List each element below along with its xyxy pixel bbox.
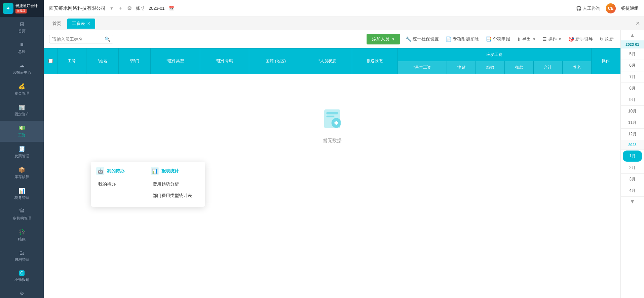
sidebar-nav: ⊞ 首页 ≡ 总账 ☁ 云报表中心 💰 资金管理 🏢 固定资产 💵 工资 [0, 17, 44, 298]
th-person-status: *人员状态 [303, 48, 352, 74]
logo-text: 畅捷通好会计 旗舰版 [15, 3, 38, 13]
search-box[interactable]: 🔍 [49, 35, 113, 43]
period-value: 2023-01 [149, 6, 165, 11]
empty-state: 暂无数据 [47, 105, 618, 144]
period-label: 账期 [136, 5, 145, 11]
month-item-6[interactable]: 6月 [621, 60, 644, 71]
tax-icon: 📊 [18, 188, 25, 194]
guide-btn[interactable]: 🎯 新手引导 [567, 36, 594, 42]
tab-close-icon[interactable]: ✕ [87, 21, 90, 26]
sidebar-item-invoice[interactable]: 🧾 发票管理 [0, 142, 44, 163]
empty-text: 暂无数据 [323, 138, 342, 144]
ledger-icon: ≡ [20, 42, 23, 48]
sidebar-item-general-ledger[interactable]: ≡ 总账 [0, 38, 44, 58]
popup-item-dept-expense[interactable]: 部门费用类型统计表 [151, 190, 200, 201]
sidebar-item-basic-settings[interactable]: ⚙ 基础设置 [0, 286, 44, 298]
settings-icon[interactable]: ⚙ [127, 5, 132, 11]
svg-rect-5 [335, 121, 337, 125]
month-item-4[interactable]: 4月 [621, 185, 644, 197]
popup-section-todo: 🤖 我的待办 我的待办 [96, 167, 145, 201]
toolbar-right: 添加人员 ▼ 🔧 统一社保设置 📄 专项附加扣除 📑 [367, 34, 615, 44]
month-item-9[interactable]: 9月 [621, 94, 644, 106]
select-all-checkbox[interactable] [48, 59, 53, 63]
month-panel-up[interactable]: ▲ [621, 30, 644, 40]
popup-section-todo-title: 🤖 我的待办 [96, 167, 145, 175]
tax-report-icon: 📑 [486, 36, 491, 42]
user-avatar: CE [606, 3, 616, 13]
export-dropdown-icon: ▼ [532, 37, 536, 41]
expense-icon: G [19, 270, 24, 276]
month-item-10[interactable]: 10月 [621, 106, 644, 117]
popup-menu: 🤖 我的待办 我的待办 📊 报表统计 费用趋势分析 部门费用类型统计表 [91, 162, 205, 207]
month-item-7[interactable]: 7月 [621, 71, 644, 83]
export-btn[interactable]: ⬆ 导出 ▼ [516, 36, 537, 42]
month-item-3[interactable]: 3月 [621, 174, 644, 185]
empty-icon [319, 105, 346, 132]
select-all-th [44, 48, 58, 74]
month-item-2[interactable]: 2月 [621, 162, 644, 174]
sidebar-item-inventory[interactable]: 📦 库存核算 [0, 163, 44, 184]
add-person-button[interactable]: 添加人员 ▼ [367, 34, 400, 44]
sidebar-item-expense[interactable]: G 小畅报销 [0, 266, 44, 286]
inventory-icon: 📦 [18, 167, 25, 173]
th-performance: 绩效 [476, 61, 505, 74]
tab-home[interactable]: 首页 [48, 19, 66, 29]
main-area: 西安虾米网络科技有限公司 ▼ ＋ ⚙ 账期 2023-01 📅 🎧 人工咨询 C… [44, 0, 644, 298]
month-panel-down[interactable]: ▼ [621, 197, 644, 207]
operations-btn[interactable]: ☰ 操作 ▼ [541, 36, 563, 42]
special-deduct-btn[interactable]: 📄 专项附加扣除 [444, 36, 480, 42]
export-icon: ⬆ [517, 36, 521, 42]
assets-icon: 🏢 [18, 104, 25, 110]
global-close-icon[interactable]: ✕ [636, 21, 640, 26]
sidebar-item-fund[interactable]: 💰 资金管理 [0, 79, 44, 100]
popup-section-reports: 📊 报表统计 费用趋势分析 部门费用类型统计表 [151, 167, 200, 201]
sidebar-item-salary[interactable]: 💵 工资 [0, 121, 44, 142]
company-dropdown-icon[interactable]: ▼ [110, 6, 114, 11]
customer-service-btn[interactable]: 🎧 人工咨询 [576, 5, 600, 11]
calendar-icon[interactable]: 📅 [169, 6, 174, 11]
th-base-salary: *基本工资 [398, 61, 447, 74]
sidebar-item-tax[interactable]: 📊 税务管理 [0, 184, 44, 204]
sidebar-item-multi-org[interactable]: 🏛 多机构管理 [0, 204, 44, 225]
sidebar-item-home[interactable]: ⊞ 首页 [0, 17, 44, 38]
sidebar-item-archive[interactable]: 🗂 归档管理 [0, 246, 44, 266]
th-deduction: 扣款 [505, 61, 534, 74]
month-panel: ▲ 2023-01 5月 6月 7月 8月 9月 10月 11月 12月 202… [620, 30, 644, 298]
sidebar-item-cloud-report[interactable]: ☁ 云报表中心 [0, 58, 44, 79]
tax-report-btn[interactable]: 📑 个税申报 [484, 36, 512, 42]
th-department: *部门 [118, 48, 151, 74]
th-report-status: 报送状态 [352, 48, 397, 74]
month-item-5[interactable]: 5月 [621, 48, 644, 60]
month-item-11[interactable]: 11月 [621, 117, 644, 129]
app-logo: ✦ 畅捷通好会计 旗舰版 [0, 0, 44, 17]
th-operations: 操作 [591, 48, 620, 74]
th-allowance: 津贴 [447, 61, 476, 74]
svg-rect-1 [326, 112, 338, 114]
tab-bar-close-btn: ✕ [636, 20, 640, 27]
search-icon[interactable]: 🔍 [105, 36, 110, 42]
social-security-btn[interactable]: 🔧 统一社保设置 [404, 36, 440, 42]
home-icon: ⊞ [20, 21, 24, 27]
sidebar-item-settlement[interactable]: 💱 结账 [0, 225, 44, 246]
special-deduct-icon: 📄 [446, 36, 451, 42]
month-item-8[interactable]: 8月 [621, 83, 644, 94]
headset-icon: 🎧 [576, 6, 581, 11]
settlement-icon: 💱 [18, 229, 25, 235]
svg-rect-2 [326, 115, 334, 117]
th-pension: 养老 [562, 61, 591, 74]
add-company-icon[interactable]: ＋ [118, 5, 123, 12]
top-bar-right: 🎧 人工咨询 CE 畅捷通组 [576, 3, 639, 13]
year-2023-label: 2023 [621, 140, 644, 150]
popup-item-expense-trend[interactable]: 费用趋势分析 [151, 178, 200, 190]
search-input[interactable] [52, 37, 103, 42]
refresh-btn[interactable]: ↻ 刷新 [598, 36, 615, 42]
popup-item-todo[interactable]: 我的待办 [96, 178, 145, 190]
sidebar-item-fixed-assets[interactable]: 🏢 固定资产 [0, 100, 44, 121]
logo-icon: ✦ [3, 3, 13, 14]
month-item-12[interactable]: 12月 [621, 129, 644, 140]
multi-org-icon: 🏛 [19, 208, 25, 214]
th-salary-group: 应发工资 [398, 48, 592, 61]
month-item-1[interactable]: 1月 [623, 151, 642, 162]
tab-salary[interactable]: 工资表 ✕ [67, 19, 95, 29]
toolbar: 🔍 添加人员 ▼ 🔧 统一社保设置 📄 专项附加扣除 [44, 30, 620, 48]
